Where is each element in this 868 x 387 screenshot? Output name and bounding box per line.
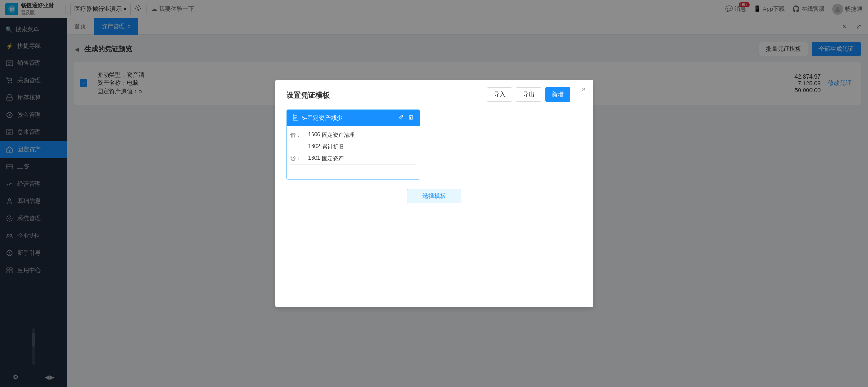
entry-row-2: 贷： 1601 固定资产 [290,153,416,165]
entry-credit-1 [389,143,416,151]
entry-debit-0 [362,131,389,139]
entry-debit-2 [362,155,389,163]
template-card: 5-固定资产减少 借： 1606 固定资产清理 [286,109,420,180]
entry-row-1: 1602 累计折旧 [290,141,416,153]
export-btn[interactable]: 导出 [516,87,541,102]
select-template-btn[interactable]: 选择模板 [407,189,461,203]
svg-rect-22 [409,116,413,119]
delete-template-icon[interactable] [408,114,414,122]
entry-code-2: 1601 [308,155,321,163]
entry-row-empty [290,165,416,176]
template-name: 5-固定资产减少 [302,114,343,122]
template-card-header: 5-固定资产减少 [287,110,420,126]
modal-header-actions: 导入 导出 新增 [487,87,570,102]
select-template-area: 选择模板 [286,189,582,203]
template-doc-icon [292,114,299,122]
entry-code-1: 1602 [308,143,321,151]
template-card-body: 借： 1606 固定资产清理 1602 累计折旧 [287,126,420,179]
entry-code-0: 1606 [308,131,321,139]
entry-name-2: 固定资产 [322,155,344,163]
template-card-actions [398,114,414,122]
entry-name-1: 累计折旧 [322,143,344,151]
import-btn[interactable]: 导入 [487,87,512,102]
entry-debit-1 [362,143,389,151]
entry-row-0: 借： 1606 固定资产清理 [290,129,416,141]
entry-credit-2 [389,155,416,163]
modal-close-btn[interactable]: × [581,85,585,94]
new-template-btn[interactable]: 新增 [545,87,570,102]
edit-template-icon[interactable] [398,114,404,122]
entry-name-0: 固定资产清理 [322,131,355,139]
entry-type-2: 贷： [290,155,308,163]
modal-set-template: 设置凭证模板 × 导入 导出 新增 5-固定资产减少 [275,80,593,307]
entry-type-0: 借： [290,131,308,139]
modal-overlay: 设置凭证模板 × 导入 导出 新增 5-固定资产减少 [0,0,868,387]
entry-credit-0 [389,131,416,139]
entry-type-1 [290,143,308,151]
